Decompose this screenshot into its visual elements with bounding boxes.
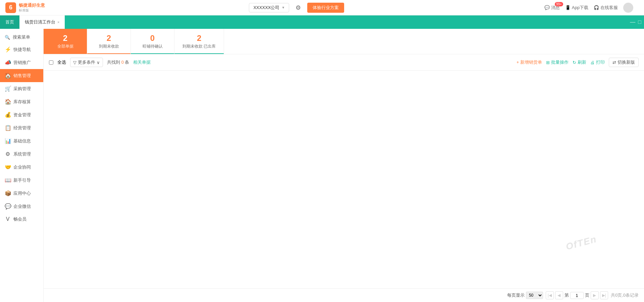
tab-close-icon[interactable]: × xyxy=(57,20,59,24)
sidebar-item-label: 新手引导 xyxy=(13,177,31,183)
main-layout: 🔍 搜索菜单 ⚡ 快捷导航 📣 营销推广 🏠 销售管理 🛒 采购管理 🏠 库存核… xyxy=(0,29,644,302)
related-link[interactable]: 相关单据 xyxy=(133,59,151,65)
tab-expand-icon[interactable]: □ xyxy=(638,19,641,25)
stat-number-all: 2 xyxy=(63,34,67,43)
avatar[interactable] xyxy=(623,3,633,13)
sidebar-item-label: 营销推广 xyxy=(13,60,31,66)
stat-label-wangpu: 旺铺待确认 xyxy=(143,44,163,49)
sidebar-item-label: 基础信息 xyxy=(13,138,31,144)
sidebar-item-marketing[interactable]: 📣 营销推广 xyxy=(0,56,43,69)
sidebar-item-quick-nav[interactable]: ⚡ 快捷导航 xyxy=(0,43,43,56)
sidebar-search-label: 搜索菜单 xyxy=(13,34,30,40)
sidebar-item-sales[interactable]: 🏠 销售管理 xyxy=(0,69,43,82)
first-page-button[interactable]: |◀ xyxy=(546,291,554,299)
sidebar-item-base-info[interactable]: 📊 基础信息 xyxy=(0,134,43,147)
sidebar-item-capital[interactable]: 💰 资金管理 xyxy=(0,108,43,121)
stat-number-wangpu: 0 xyxy=(150,34,155,43)
sidebar-item-app-center[interactable]: 📦 应用中心 xyxy=(0,187,43,200)
sidebar-item-purchase[interactable]: 🛒 采购管理 xyxy=(0,82,43,95)
sidebar-item-member[interactable]: V 畅会员 xyxy=(0,213,43,226)
sidebar-item-label: 畅会员 xyxy=(13,216,26,222)
sidebar-item-label: 销售管理 xyxy=(13,73,31,79)
stats-row: 2 全部单据 2 到期未收款 0 旺铺待确认 2 到期未收款 已出库 xyxy=(44,29,644,54)
logo-area: 6 畅捷通好生意 标准版 xyxy=(5,2,49,13)
trial-button[interactable]: 体验行业方案 xyxy=(307,3,344,13)
sidebar-item-inventory[interactable]: 🏠 库存核算 xyxy=(0,95,43,108)
print-button[interactable]: 🖨 打印 xyxy=(590,59,605,65)
wechat-icon: 💬 xyxy=(5,203,11,209)
page-unit: 页 xyxy=(585,292,589,298)
batch-operation-button[interactable]: ⊞ 批量操作 xyxy=(546,59,569,65)
app-center-icon: 📦 xyxy=(5,190,11,196)
page-size-select[interactable]: 50 10 20 100 xyxy=(526,292,543,299)
message-badge: 99+ xyxy=(555,2,563,6)
sidebar-search[interactable]: 🔍 搜索菜单 xyxy=(0,32,43,43)
settings-icon[interactable]: ⚙ xyxy=(293,3,303,13)
stat-card-overdue[interactable]: 2 到期未收款 xyxy=(87,29,131,54)
sidebar-item-guide[interactable]: 📖 新手引导 xyxy=(0,174,43,187)
stat-underline-overdue xyxy=(87,53,130,54)
sidebar-item-label: 企业微信 xyxy=(13,203,31,209)
toolbar-right: + 新增销货单 ⊞ 批量操作 ↻ 刷新 🖨 打印 ⇄ 切换新版 xyxy=(517,58,639,67)
stat-underline-shipped xyxy=(174,53,224,54)
sidebar-item-label: 快捷导航 xyxy=(13,47,31,53)
tab-current[interactable]: 钱货日清工作台 × xyxy=(19,15,65,29)
tab-bar-actions: — □ xyxy=(627,15,644,29)
app-download-item[interactable]: 📱 App下载 xyxy=(565,5,588,11)
sidebar-item-wechat[interactable]: 💬 企业微信 xyxy=(0,200,43,213)
chevron-down-icon: ▼ xyxy=(281,6,285,9)
online-service-item[interactable]: 🎧 在线客服 xyxy=(594,5,618,11)
sidebar-item-cooperation[interactable]: 🤝 企业协同 xyxy=(0,161,43,174)
inventory-icon: 🏠 xyxy=(5,99,11,105)
sales-icon: 🏠 xyxy=(5,72,11,79)
sidebar-item-label: 采购管理 xyxy=(13,86,31,92)
stat-number-shipped: 2 xyxy=(197,34,201,43)
sidebar-item-label: 经营管理 xyxy=(13,125,31,131)
tab-shrink-icon[interactable]: — xyxy=(630,19,635,25)
capital-icon: 💰 xyxy=(5,112,11,118)
stat-card-shipped[interactable]: 2 到期未收款 已出库 xyxy=(174,29,224,54)
more-filter-button[interactable]: ▽ 更多条件 ∨ xyxy=(70,58,103,67)
next-page-button[interactable]: ▶ xyxy=(591,291,599,299)
sidebar-item-label: 库存核算 xyxy=(13,99,31,105)
page-size-selector: 每页显示 50 10 20 100 xyxy=(507,292,543,299)
page-label: 第 xyxy=(565,292,569,298)
logo-icon: 6 xyxy=(5,2,16,13)
sidebar-item-label: 企业协同 xyxy=(13,164,31,170)
logo-sub: 标准版 xyxy=(19,8,45,12)
tab-home-label: 首页 xyxy=(5,19,14,25)
quick-nav-icon: ⚡ xyxy=(5,46,11,53)
message-item[interactable]: 💬 消息 99+ xyxy=(544,5,560,11)
page-size-label: 每页显示 xyxy=(507,292,525,298)
guide-icon: 📖 xyxy=(5,177,11,183)
sidebar-item-operations[interactable]: 📋 经营管理 xyxy=(0,121,43,134)
service-icon: 🎧 xyxy=(594,5,599,10)
prev-page-button[interactable]: ◀ xyxy=(555,291,563,299)
online-service-label: 在线客服 xyxy=(600,5,618,11)
switch-version-button[interactable]: ⇄ 切换新版 xyxy=(609,58,639,67)
company-selector[interactable]: XXXXXX公司 ▼ xyxy=(249,3,289,12)
app-download-label: App下载 xyxy=(572,5,588,11)
refresh-button[interactable]: ↻ 刷新 xyxy=(573,59,586,65)
top-header: 6 畅捷通好生意 标准版 XXXXXX公司 ▼ ⚙ 体验行业方案 💬 消息 99… xyxy=(0,0,644,15)
chevron-icon: ∨ xyxy=(97,60,100,65)
select-all-checkbox[interactable] xyxy=(49,60,53,65)
search-icon: 🔍 xyxy=(5,35,10,40)
page-navigation: |◀ ◀ 第 页 ▶ ▶| xyxy=(546,291,608,299)
sidebar-item-label: 系统管理 xyxy=(13,151,31,157)
stat-underline-wangpu xyxy=(131,53,174,54)
stat-card-all[interactable]: 2 全部单据 xyxy=(44,29,87,54)
table-area xyxy=(44,71,644,288)
toolbar: 全选 ▽ 更多条件 ∨ 共找到 0 条 相关单据 + 新增销货单 ⊞ 批量操作 … xyxy=(44,54,644,71)
last-page-button[interactable]: ▶| xyxy=(600,291,608,299)
stat-card-wangpu[interactable]: 0 旺铺待确认 xyxy=(131,29,174,54)
sidebar-item-system[interactable]: ⚙ 系统管理 xyxy=(0,147,43,161)
page-number-input[interactable] xyxy=(570,292,584,299)
sidebar: 🔍 搜索菜单 ⚡ 快捷导航 📣 营销推广 🏠 销售管理 🛒 采购管理 🏠 库存核… xyxy=(0,29,44,302)
add-sales-order-button[interactable]: + 新增销货单 xyxy=(517,59,542,65)
stat-number-overdue: 2 xyxy=(107,34,111,43)
select-all-label: 全选 xyxy=(57,59,66,65)
sidebar-item-label: 应用中心 xyxy=(13,190,31,196)
tab-home[interactable]: 首页 xyxy=(0,15,19,29)
header-center: XXXXXX公司 ▼ ⚙ 体验行业方案 xyxy=(249,3,344,13)
